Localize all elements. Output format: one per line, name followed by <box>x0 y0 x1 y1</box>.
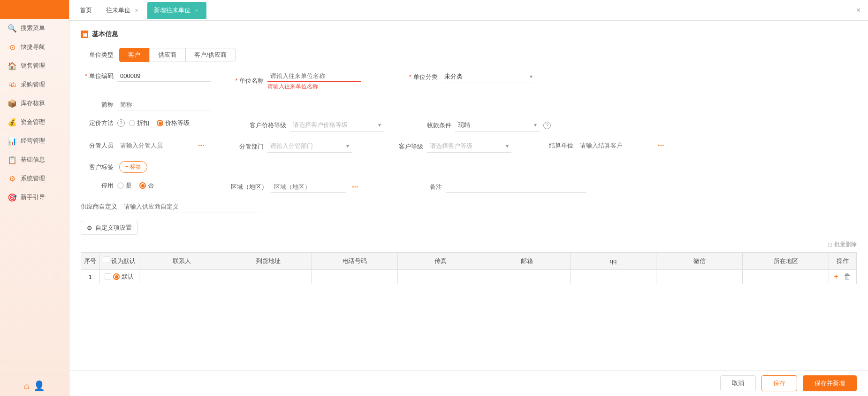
pricing-help-icon[interactable]: ? <box>117 119 125 127</box>
unit-category-select[interactable]: 未分类 ▾ <box>442 70 535 83</box>
sidebar-user-icon[interactable]: 👤 <box>33 380 45 391</box>
supplier-custom-input[interactable] <box>121 201 262 212</box>
select-all-checkbox[interactable] <box>103 256 109 263</box>
sidebar-home-icon[interactable]: ⌂ <box>24 380 30 391</box>
section-icon: ▣ <box>81 31 88 38</box>
col-region: 所在地区 <box>743 253 829 270</box>
sidebar-item-operations[interactable]: 📊 经营管理 <box>0 132 69 150</box>
settlement-unit-input[interactable] <box>577 140 652 151</box>
bottom-bar: 取消 保存 保存并新增 <box>69 370 868 396</box>
supplier-custom-field: 供应商自定义 <box>81 201 857 212</box>
customer-price-level-select[interactable]: 请选择客户价格等级 ▾ <box>290 119 384 132</box>
row-region[interactable] <box>743 270 829 284</box>
save-button[interactable]: 保存 <box>761 375 797 391</box>
disabled-field: 停用 是 否 <box>81 181 231 190</box>
inventory-icon: 📦 <box>8 99 17 108</box>
pricing-discount[interactable]: 折扣 <box>129 119 149 127</box>
radio-yes-icon <box>117 182 124 189</box>
wechat-input[interactable] <box>659 273 739 280</box>
row-default: 默认 <box>99 270 139 284</box>
add-tag-button[interactable]: + 标签 <box>119 161 147 173</box>
tab-home[interactable]: 首页 <box>73 2 99 19</box>
phone-input[interactable] <box>314 273 395 280</box>
customer-tag-label: 客户标签 <box>81 163 114 171</box>
department-select[interactable]: 请输入分管部门 ▾ <box>267 140 352 153</box>
batch-delete-icon: ⊡ <box>828 241 832 248</box>
pricing-level[interactable]: 价格等级 <box>157 119 190 127</box>
sidebar-item-label: 库存核算 <box>21 99 45 108</box>
batch-delete-area: ⊡ 批量删除 <box>81 241 857 248</box>
disabled-yes[interactable]: 是 <box>117 181 132 190</box>
unit-code-input[interactable] <box>117 70 211 82</box>
payment-terms-select[interactable]: 现结 ▾ <box>455 119 540 132</box>
customer-level-select[interactable]: 请选择客户等级 ▾ <box>427 140 511 153</box>
row-address[interactable] <box>225 270 312 284</box>
unit-name-input[interactable] <box>267 70 361 82</box>
sidebar-item-purchase[interactable]: 🛍 采购管理 <box>0 75 69 94</box>
disabled-no-label: 否 <box>148 181 154 190</box>
manager-input[interactable] <box>117 140 192 151</box>
close-all-tabs[interactable]: × <box>853 6 864 15</box>
short-name-input[interactable] <box>117 99 211 110</box>
sidebar-item-basic-info[interactable]: 📋 基础信息 <box>0 150 69 169</box>
settlement-more-icon[interactable]: ··· <box>656 141 666 150</box>
sidebar-item-label: 资金管理 <box>21 118 45 126</box>
row-fax[interactable] <box>397 270 484 284</box>
gear-icon: ⚙ <box>87 225 92 232</box>
region-table-input[interactable] <box>746 273 826 280</box>
region-input[interactable] <box>271 181 346 193</box>
region-more-icon[interactable]: ··· <box>350 183 360 191</box>
email-input[interactable] <box>487 273 567 280</box>
qq-input[interactable] <box>573 273 654 280</box>
section-title: 基本信息 <box>92 30 118 39</box>
row-contact[interactable] <box>139 270 225 284</box>
row-checkbox[interactable] <box>105 273 111 280</box>
row-index: 1 <box>81 270 100 284</box>
pricing-row: 定价方法 ? 折扣 价格等级 客户价格等级 请选择客户价格等级 <box>81 119 857 132</box>
sidebar-item-guide[interactable]: 🎯 新手引导 <box>0 188 69 207</box>
unit-type-field: 单位类型 客户 供应商 客户/供应商 <box>81 48 236 62</box>
payment-help-icon[interactable]: ? <box>543 122 551 129</box>
short-name-row: 简称 <box>81 99 857 110</box>
chevron-down-icon: ▾ <box>530 73 533 80</box>
tab-counterparty[interactable]: 往来单位 × <box>99 2 146 19</box>
pricing-discount-label: 折扣 <box>137 119 149 127</box>
row-default-radio[interactable]: 默认 <box>113 272 134 281</box>
tab-close-counterparty[interactable]: × <box>133 7 140 14</box>
row-qq[interactable] <box>570 270 656 284</box>
sidebar-item-sales[interactable]: 🏠 销售管理 <box>0 56 69 75</box>
payment-terms-field: 收款条件 现结 ▾ ? <box>419 119 587 132</box>
contact-input[interactable] <box>142 273 222 280</box>
row-wechat[interactable] <box>656 270 743 284</box>
delete-row-icon[interactable]: 🗑 <box>844 272 851 280</box>
add-row-icon[interactable]: + <box>834 272 838 280</box>
save-new-button[interactable]: 保存并新增 <box>803 375 857 391</box>
radio-level-icon <box>157 120 163 126</box>
manager-more-icon[interactable]: ··· <box>196 141 206 150</box>
unit-type-row: 单位类型 客户 供应商 客户/供应商 <box>81 48 857 62</box>
tab-new-counterparty[interactable]: 新增往来单位 × <box>147 2 206 19</box>
btn-type-customer[interactable]: 客户 <box>119 48 149 62</box>
sidebar-item-system[interactable]: ⚙ 系统管理 <box>0 169 69 188</box>
tab-close-new-counterparty[interactable]: × <box>193 7 200 14</box>
row-email[interactable] <box>484 270 570 284</box>
cancel-button[interactable]: 取消 <box>720 375 756 391</box>
fax-input[interactable] <box>401 273 481 280</box>
btn-type-supplier[interactable]: 供应商 <box>149 48 185 62</box>
sidebar-item-search[interactable]: 🔍 搜索菜单 <box>0 19 69 38</box>
unit-name-field: 单位名称 请输入往来单位名称 <box>231 70 409 91</box>
unit-type-label: 单位类型 <box>81 51 114 59</box>
customer-level-placeholder: 请选择客户等级 <box>430 142 506 150</box>
department-label: 分管部门 <box>231 142 264 151</box>
sidebar-item-inventory[interactable]: 📦 库存核算 <box>0 94 69 113</box>
disabled-no[interactable]: 否 <box>139 181 154 190</box>
sidebar-item-finance[interactable]: 💰 资金管理 <box>0 113 69 132</box>
address-input[interactable] <box>228 273 308 280</box>
customize-settings-button[interactable]: ⚙ 自定义项设置 <box>81 221 138 235</box>
sidebar-item-quick-nav[interactable]: ⊙ 快捷导航 <box>0 38 69 56</box>
btn-type-both[interactable]: 客户/供应商 <box>185 48 236 62</box>
remark-input[interactable] <box>446 181 586 193</box>
row-phone[interactable] <box>312 270 398 284</box>
batch-delete-label[interactable]: 批量删除 <box>834 241 857 248</box>
payment-terms-value: 现结 <box>458 121 534 129</box>
